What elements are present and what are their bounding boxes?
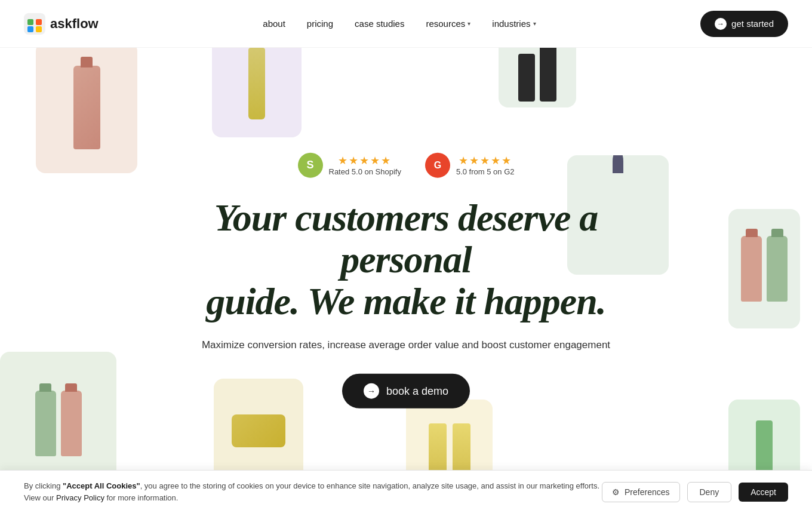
product-card-3 — [499, 48, 576, 107]
product-card-1 — [36, 48, 137, 173]
tube-pink — [741, 236, 762, 302]
preferences-button[interactable]: ⚙ Preferences — [602, 482, 679, 502]
deny-button[interactable]: Deny — [687, 482, 732, 502]
svg-rect-1 — [27, 19, 33, 25]
cream-jar — [232, 414, 285, 447]
nav-resources[interactable]: resources ▾ — [426, 19, 470, 29]
nav-about[interactable]: about — [263, 19, 285, 29]
tube-pink-2 — [61, 391, 82, 456]
get-started-button[interactable]: → get started — [700, 11, 788, 37]
nav-industries[interactable]: industries ▾ — [492, 19, 536, 29]
askflow-logo-icon — [24, 13, 45, 35]
shopify-stars: ★★★★★ — [329, 154, 401, 167]
chevron-down-icon: ▾ — [533, 20, 536, 27]
green-tubes-right — [741, 236, 788, 302]
hero-subtext: Maximize conversion rates, increase aver… — [179, 337, 633, 352]
dark-bottle-1 — [518, 54, 535, 102]
g2-label: 5.0 from 5 on G2 — [456, 167, 515, 176]
cookie-text: By clicking "Accept All Cookies", you ag… — [24, 480, 602, 503]
accept-button[interactable]: Accept — [739, 483, 788, 502]
logo[interactable]: askflow — [24, 13, 99, 35]
nav-pricing[interactable]: pricing — [307, 19, 333, 29]
main-content: S ★★★★★ Rated 5.0 on Shopify G ★★★★★ 5.0… — [0, 48, 812, 513]
product-tube-1 — [73, 66, 100, 149]
product-card-2 — [212, 48, 302, 137]
nav-case-studies[interactable]: case studies — [355, 19, 404, 29]
navbar: askflow about pricing case studies resou… — [0, 0, 812, 48]
svg-rect-4 — [36, 26, 42, 32]
green-tubes-left — [35, 391, 82, 456]
logo-text: askflow — [50, 16, 99, 32]
yellow-bottle-2 — [453, 423, 470, 477]
tube-sage — [767, 236, 788, 302]
arrow-icon: → — [715, 18, 727, 30]
book-demo-button[interactable]: → book a demo — [342, 374, 470, 408]
shopify-badge: S — [298, 152, 323, 177]
dark-bottle-2 — [540, 48, 556, 102]
yellow-bottle-1 — [429, 423, 447, 477]
svg-rect-3 — [27, 26, 33, 32]
hero-section: S ★★★★★ Rated 5.0 on Shopify G ★★★★★ 5.0… — [179, 152, 633, 408]
cookie-actions: ⚙ Preferences Deny Accept — [602, 482, 788, 502]
ratings-row: S ★★★★★ Rated 5.0 on Shopify G ★★★★★ 5.0… — [179, 152, 633, 177]
product-card-5 — [728, 209, 800, 328]
hero-heading: Your customers deserve a personal guide.… — [179, 196, 633, 322]
g2-stars: ★★★★★ — [456, 154, 515, 167]
g2-rating: G ★★★★★ 5.0 from 5 on G2 — [425, 152, 515, 177]
privacy-policy-link[interactable]: Privacy Policy — [56, 493, 104, 502]
chevron-down-icon: ▾ — [467, 20, 470, 27]
g2-badge: G — [425, 152, 450, 177]
cookie-banner: By clicking "Accept All Cookies", you ag… — [0, 470, 812, 513]
svg-rect-2 — [36, 19, 42, 25]
product-serum — [248, 48, 265, 119]
arrow-icon: → — [364, 383, 379, 399]
nav-links: about pricing case studies resources ▾ i… — [263, 19, 536, 29]
yellow-bottles — [429, 423, 470, 477]
accept-all-text: "Accept All Cookies" — [63, 481, 140, 490]
dark-bottles — [518, 48, 556, 102]
gear-icon: ⚙ — [612, 487, 620, 497]
shopify-label: Rated 5.0 on Shopify — [329, 167, 401, 176]
tube-sage-2 — [35, 391, 56, 456]
svg-rect-0 — [24, 13, 45, 35]
shopify-rating: S ★★★★★ Rated 5.0 on Shopify — [298, 152, 401, 177]
